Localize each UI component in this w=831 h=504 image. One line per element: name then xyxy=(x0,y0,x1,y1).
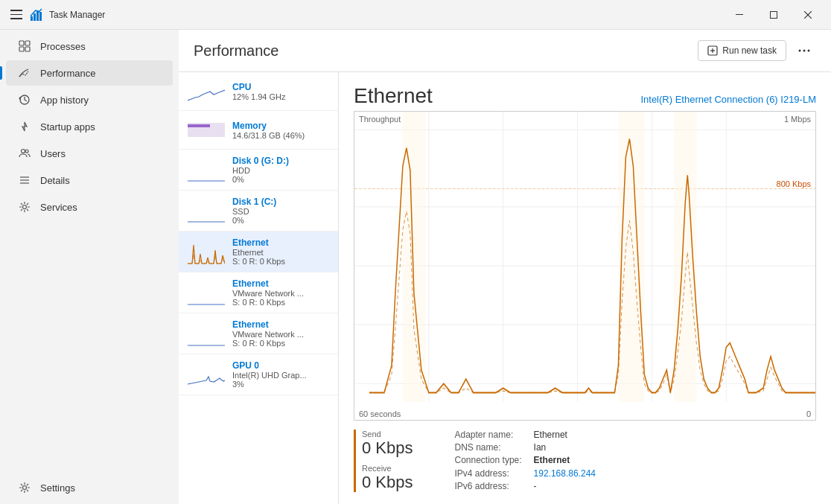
disk0-name: Disk 0 (G: D:) xyxy=(232,156,329,166)
ethernet-name: Ethernet xyxy=(232,237,329,248)
main-layout: Processes Performance App history xyxy=(0,30,831,504)
ethernet3-mini-chart xyxy=(188,321,225,347)
svg-rect-11 xyxy=(25,47,30,51)
svg-point-13 xyxy=(22,150,25,153)
sidebar-label-details: Details xyxy=(40,175,70,186)
chart-label-throughput: Throughput xyxy=(359,115,401,124)
gpu0-info: GPU 0 Intel(R) UHD Grap... 3% xyxy=(232,360,329,389)
gpu0-sub: Intel(R) UHD Grap... xyxy=(232,371,329,380)
run-new-task-button[interactable]: Run new task xyxy=(698,40,786,61)
titlebar: Task Manager xyxy=(0,0,831,30)
disk1-sub: SSD xyxy=(232,207,329,216)
menu-button[interactable] xyxy=(6,4,27,25)
list-item[interactable]: GPU 0 Intel(R) UHD Grap... 3% xyxy=(179,354,338,395)
cpu-mini-chart xyxy=(188,78,225,104)
startup-icon xyxy=(18,120,31,133)
chart-label-60s: 60 seconds xyxy=(359,409,401,418)
svg-point-25 xyxy=(808,50,810,52)
send-block: Send 0 Kbps xyxy=(362,430,413,458)
detail-panel: Ethernet Intel(R) Ethernet Connection (6… xyxy=(339,72,831,504)
more-icon xyxy=(798,49,810,52)
gpu0-name: GPU 0 xyxy=(232,360,329,371)
sidebar-item-users[interactable]: Users xyxy=(6,141,173,166)
list-item[interactable]: CPU 12% 1.94 GHz xyxy=(179,72,338,111)
ethernet2-sub: VMware Network ... xyxy=(232,289,329,298)
ipv4-value: 192.168.86.244 xyxy=(534,468,596,479)
disk1-stat: 0% xyxy=(232,216,329,225)
chart-icon xyxy=(18,66,31,80)
ethernet2-name: Ethernet xyxy=(232,278,329,289)
list-item[interactable]: Ethernet Ethernet S: 0 R: 0 Kbps xyxy=(179,232,338,272)
header-actions: Run new task xyxy=(698,39,816,63)
ethernet2-stat: S: 0 R: 0 Kbps xyxy=(232,298,329,307)
history-icon xyxy=(18,93,31,106)
disk1-mini-chart xyxy=(188,198,225,224)
svg-point-18 xyxy=(23,205,27,209)
svg-rect-27 xyxy=(188,124,210,127)
users-icon xyxy=(18,147,31,160)
maximize-button[interactable] xyxy=(757,3,791,27)
chart-svg xyxy=(354,112,815,420)
resource-list: CPU 12% 1.94 GHz Memory 14.6/31.8 GB (46… xyxy=(179,72,339,504)
sidebar-label-app-history: App history xyxy=(40,95,89,106)
svg-rect-9 xyxy=(25,41,30,45)
content-body: CPU 12% 1.94 GHz Memory 14.6/31.8 GB (46… xyxy=(179,72,831,504)
chart-label-0: 0 xyxy=(806,409,811,418)
sidebar-item-services[interactable]: Services xyxy=(6,194,173,220)
ipv6-value: - xyxy=(534,481,596,492)
disk0-stat: 0% xyxy=(232,175,329,184)
send-label: Send xyxy=(362,430,413,438)
connection-type-label: Connection type: xyxy=(455,455,522,466)
memory-info: Memory 14.6/31.8 GB (46%) xyxy=(232,121,329,140)
app-title: Task Manager xyxy=(49,10,105,20)
chart-label-800: 800 Kbps xyxy=(777,179,811,188)
detail-title: Ethernet xyxy=(354,84,433,108)
adapter-name-value: Ethernet xyxy=(534,430,596,441)
more-options-button[interactable] xyxy=(792,39,816,63)
recv-value: 0 Kbps xyxy=(362,473,413,492)
ethernet3-stat: S: 0 R: 0 Kbps xyxy=(232,339,329,348)
sidebar-item-startup-apps[interactable]: Startup apps xyxy=(6,114,173,139)
connection-info-table: Adapter name: Ethernet DNS name: Ian Con… xyxy=(455,430,596,492)
list-item[interactable]: Disk 1 (C:) SSD 0% xyxy=(179,191,338,232)
cpu-name: CPU xyxy=(232,82,329,92)
memory-name: Memory xyxy=(232,121,329,131)
minimize-button[interactable] xyxy=(722,3,757,27)
ethernet-stat: S: 0 R: 0 Kbps xyxy=(232,257,329,266)
disk1-name: Disk 1 (C:) xyxy=(232,197,329,207)
cpu-sub: 12% 1.94 GHz xyxy=(232,92,329,101)
disk1-info: Disk 1 (C:) SSD 0% xyxy=(232,197,329,225)
list-item[interactable]: Ethernet VMware Network ... S: 0 R: 0 Kb… xyxy=(179,313,338,354)
ethernet-mini-chart xyxy=(188,239,225,265)
ethernet3-name: Ethernet xyxy=(232,319,329,330)
services-icon xyxy=(18,200,31,214)
dns-name-value: Ian xyxy=(534,442,596,453)
sidebar-label-users: Users xyxy=(40,148,66,159)
list-item[interactable]: Disk 0 (G: D:) HDD 0% xyxy=(179,150,338,191)
svg-rect-0 xyxy=(31,16,33,21)
disk0-mini-chart xyxy=(188,157,225,183)
sidebar-bottom: Settings xyxy=(0,474,179,501)
list-item[interactable]: Ethernet VMware Network ... S: 0 R: 0 Kb… xyxy=(179,272,338,313)
svg-rect-39 xyxy=(403,112,425,402)
sidebar-item-details[interactable]: Details xyxy=(6,168,173,193)
sidebar-item-performance[interactable]: Performance xyxy=(6,60,173,86)
ethernet-sub: Ethernet xyxy=(232,248,329,257)
new-task-icon xyxy=(707,45,718,56)
adapter-name-label: Adapter name: xyxy=(455,430,522,441)
svg-rect-5 xyxy=(771,11,777,18)
close-button[interactable] xyxy=(791,3,825,27)
page-title: Performance xyxy=(194,42,279,60)
sidebar-item-processes[interactable]: Processes xyxy=(6,34,173,59)
sidebar: Processes Performance App history xyxy=(0,30,179,504)
sidebar-item-settings[interactable]: Settings xyxy=(6,475,173,500)
ethernet2-mini-chart xyxy=(188,280,225,306)
gpu0-stat: 3% xyxy=(232,380,329,389)
sidebar-item-app-history[interactable]: App history xyxy=(6,87,173,112)
svg-point-23 xyxy=(799,50,801,52)
disk0-info: Disk 0 (G: D:) HDD 0% xyxy=(232,156,329,184)
svg-point-19 xyxy=(23,486,27,490)
list-item[interactable]: Memory 14.6/31.8 GB (46%) xyxy=(179,111,338,150)
content-header: Performance Run new task xyxy=(179,30,831,72)
content-area: Performance Run new task xyxy=(179,30,831,504)
